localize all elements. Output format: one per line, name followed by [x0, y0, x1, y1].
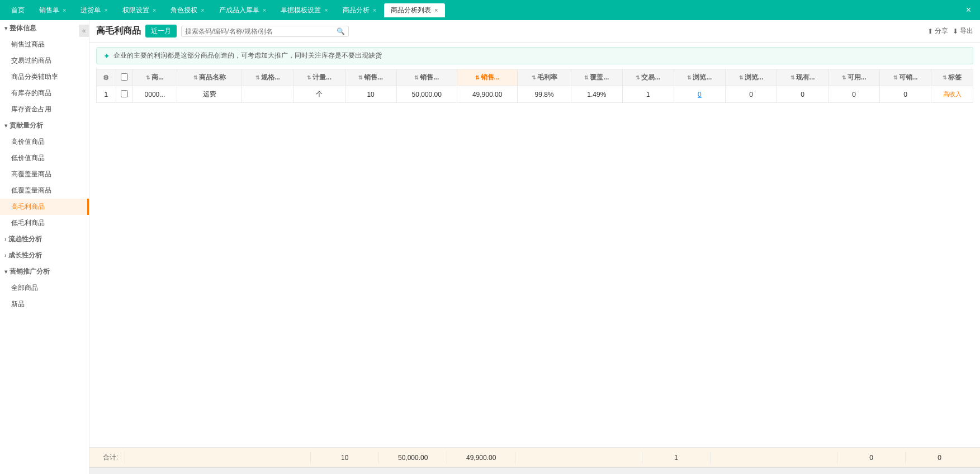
sidebar-item-traded-goods[interactable]: 交易过的商品 [0, 53, 89, 69]
col-sales-amount[interactable]: ⇅ 销售... [396, 69, 457, 86]
cell-sales-qty: 10 [345, 86, 396, 103]
sidebar-item-high-freq[interactable]: 高覆盖量商品 [0, 166, 89, 182]
sidebar-item-low-value[interactable]: 低价值商品 [0, 150, 89, 166]
table-header-row: ⚙ ⇅ 商... [97, 69, 973, 86]
arrow-wealth-icon: ▾ [4, 123, 7, 129]
info-icon: ✦ [103, 51, 110, 60]
header-actions: ⬆ 分享 ⬇ 导出 [927, 26, 973, 36]
col-unit[interactable]: ⇅ 计量... [293, 69, 345, 86]
sort-avail2-icon: ⇅ [842, 75, 846, 81]
col-sales-cost[interactable]: ⇅ 销售... [457, 69, 517, 86]
sidebar-item-sales-goods[interactable]: 销售过商品 [0, 36, 89, 53]
col-sellable[interactable]: ⇅ 可销... [880, 69, 931, 86]
close-templates-tab[interactable]: × [324, 7, 328, 13]
nav-tab-purchase[interactable]: 进货单 × [74, 3, 114, 17]
close-analysis-tab[interactable]: × [373, 7, 376, 13]
search-icon[interactable]: 🔍 [337, 27, 345, 35]
sidebar-group-marketing[interactable]: ▾ 营销推广分析 [0, 264, 89, 280]
close-sales-tab[interactable]: × [63, 7, 66, 13]
sidebar-group-overall[interactable]: ▾ 整体信息 [0, 20, 89, 36]
cell-sales-cost: 49,900.00 [457, 86, 517, 103]
arrow-marketing-icon: ▾ [4, 269, 7, 275]
footer-available1: 0 [837, 452, 905, 464]
footer-cells: 10 50,000.00 49,900.00 1 0 0 [125, 452, 973, 464]
export-icon: ⬇ [953, 27, 958, 35]
sidebar-item-goods-analysis[interactable]: 商品分类辅助率 [0, 69, 89, 85]
col-spec[interactable]: ⇅ 规格... [242, 69, 293, 86]
sidebar-group-trend[interactable]: › 流趋性分析 [0, 231, 89, 247]
cell-available1: 0 [777, 86, 828, 103]
export-button[interactable]: ⬇ 导出 [953, 26, 973, 36]
col-checkbox[interactable] [116, 69, 132, 86]
col-sales-qty[interactable]: ⇅ 销售... [345, 69, 396, 86]
col-browse1[interactable]: ⇅ 浏览... [674, 69, 725, 86]
select-all-checkbox[interactable] [121, 73, 128, 81]
footer-sales-qty: 10 [310, 452, 378, 464]
window-close-button[interactable]: × [962, 5, 976, 15]
sidebar-item-inventory-ratio[interactable]: 库存资金占用 [0, 101, 89, 118]
nav-tab-templates[interactable]: 单据模板设置 × [274, 3, 334, 17]
footer-sales-amount: 50,000.00 [378, 452, 447, 464]
col-tag[interactable]: ⇅ 标签 [931, 69, 973, 86]
col-transactions[interactable]: ⇅ 交易... [622, 69, 674, 86]
content-area: 高毛利商品 近一月 🔍 ⬆ 分享 ⬇ 导出 ✦ 企业的主要的利润都是这部分商品创… [89, 20, 980, 474]
col-available1[interactable]: ⇅ 现有... [777, 69, 828, 86]
sidebar-item-high-value[interactable]: 高价值商品 [0, 134, 89, 150]
footer-available2: 0 [905, 452, 973, 464]
cell-browse2: 0 [725, 86, 777, 103]
nav-tab-sales[interactable]: 销售单 × [32, 3, 73, 17]
sort-browse2-icon: ⇅ [739, 75, 744, 81]
col-code[interactable]: ⇅ 商... [132, 69, 177, 86]
sort-margin-icon: ⇅ [532, 75, 536, 81]
nav-tab-analysis[interactable]: 商品分析 × [336, 3, 383, 17]
cell-unit: 个 [293, 86, 345, 103]
sidebar-item-all-goods[interactable]: 全部商品 [0, 280, 89, 296]
sort-sellable-icon: ⇅ [893, 75, 898, 81]
share-button[interactable]: ⬆ 分享 [927, 26, 948, 36]
sidebar: « ▾ 整体信息 销售过商品 交易过的商品 商品分类辅助率 有库存的商品 库存资… [0, 20, 89, 474]
col-coverage[interactable]: ⇅ 覆盖... [571, 69, 622, 86]
footer-spacer2 [515, 452, 642, 464]
cell-tag: 高收入 [931, 86, 973, 103]
bottom-scrollbar[interactable] [89, 467, 980, 474]
cell-browse1[interactable]: 0 [674, 86, 725, 103]
sort-icon: ⇅ [146, 75, 150, 81]
close-analysis-list-tab[interactable]: × [434, 7, 438, 13]
close-products-tab[interactable]: × [263, 7, 266, 13]
nav-tab-analysis-list[interactable]: 商品分析列表 × [384, 3, 444, 17]
footer-spacer3 [710, 452, 837, 464]
table-container[interactable]: ⚙ ⇅ 商... [89, 69, 980, 447]
sidebar-item-inventory-goods[interactable]: 有库存的商品 [0, 85, 89, 101]
share-icon: ⬆ [927, 27, 933, 35]
col-settings[interactable]: ⚙ [97, 69, 116, 86]
col-margin-rate[interactable]: ⇅ 毛利率 [518, 69, 571, 86]
close-roles-tab[interactable]: × [201, 7, 204, 13]
main-layout: « ▾ 整体信息 销售过商品 交易过的商品 商品分类辅助率 有库存的商品 库存资… [0, 20, 980, 474]
col-name[interactable]: ⇅ 商品名称 [177, 69, 242, 86]
nav-tab-roles[interactable]: 角色授权 × [164, 3, 211, 17]
footer-totals: 合计: 10 50,000.00 49,900.00 1 0 0 [89, 447, 980, 467]
sidebar-collapse-button[interactable]: « [79, 25, 89, 37]
sidebar-group-wealth[interactable]: ▾ 贡献量分析 [0, 118, 89, 134]
sidebar-item-new-goods[interactable]: 新品 [0, 296, 89, 312]
close-permissions-tab[interactable]: × [153, 7, 156, 13]
arrow-overall-icon: ▾ [4, 25, 7, 31]
top-nav: 首页 销售单 × 进货单 × 权限设置 × 角色授权 × 产成品入库单 × 单据… [0, 0, 980, 20]
nav-tab-products[interactable]: 产成品入库单 × [212, 3, 273, 17]
row-checkbox[interactable] [121, 90, 128, 97]
nav-tab-home[interactable]: 首页 [4, 3, 31, 17]
cell-checkbox[interactable] [116, 86, 132, 103]
footer-spacer1 [125, 452, 310, 464]
sidebar-item-high-margin[interactable]: 高毛利商品 [0, 199, 89, 215]
table-row: 1 0000... 运费 个 10 50,000.00 49,900.00 99… [97, 86, 973, 103]
sidebar-group-growth[interactable]: › 成长性分析 [0, 247, 89, 264]
col-available2[interactable]: ⇅ 可用... [828, 69, 880, 86]
search-input[interactable] [185, 27, 334, 35]
nav-tab-permissions[interactable]: 权限设置 × [116, 3, 163, 17]
col-browse2[interactable]: ⇅ 浏览... [725, 69, 777, 86]
close-purchase-tab[interactable]: × [104, 7, 107, 13]
cell-sales-amount: 50,000.00 [396, 86, 457, 103]
sidebar-item-low-margin[interactable]: 低毛利商品 [0, 215, 89, 231]
filter-recent-month-button[interactable]: 近一月 [145, 25, 177, 37]
sidebar-item-low-freq[interactable]: 低覆盖量商品 [0, 182, 89, 199]
